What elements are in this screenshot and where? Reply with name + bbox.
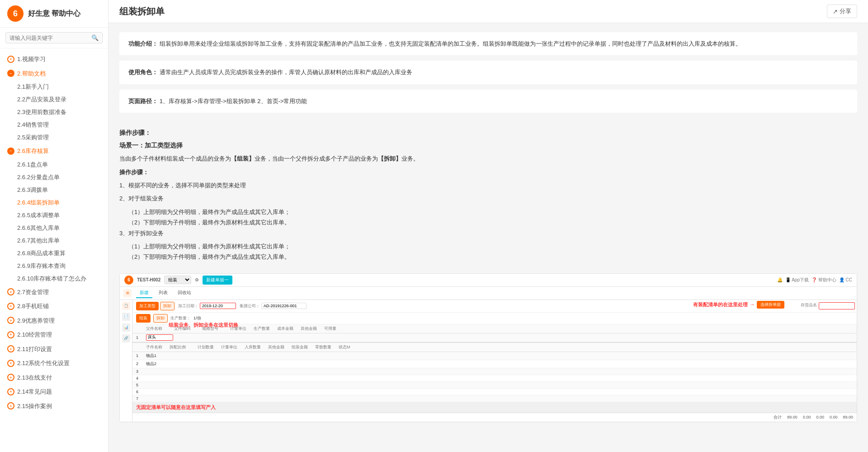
bth-assemble-amt: 组装金额 xyxy=(292,344,314,350)
sidebar-item-custom[interactable]: + 2.12系统个性化设置 xyxy=(0,356,108,371)
sidebar-label-stock2: 2.6.2分量盘点单 xyxy=(17,174,60,181)
role-block: 使用角色： 通常由生产人员或库管人员完成拆装业务的操作，库管人员确认原材料的出库… xyxy=(119,61,857,84)
ss-storename-input[interactable] xyxy=(819,302,855,309)
ss-new-btn[interactable]: 新建单据一 xyxy=(203,276,232,285)
ss-select-bom-btn[interactable]: 选择拆单据 xyxy=(757,301,784,309)
ss-tab-new[interactable]: 新建 xyxy=(136,288,152,298)
sidebar-item-stock5[interactable]: 2.6.5成本调整单 xyxy=(0,209,108,222)
search-input[interactable] xyxy=(9,35,91,41)
sidebar-item-stock9[interactable]: 2.6.9库存账本查询 xyxy=(0,260,108,272)
sidebar-item-install[interactable]: 2.2产品安装及登录 xyxy=(0,93,108,106)
search-icon[interactable]: 🔍 xyxy=(91,34,99,41)
path-text: 1、库存核算->库存管理->组装拆卸单 2、首页->常用功能 xyxy=(160,98,307,105)
ops-steps-title: 操作步骤： xyxy=(119,167,857,177)
bth-plan-qty: 计划数量 xyxy=(198,344,220,350)
ss-field-type: 加工类型 拆卸 xyxy=(136,302,175,310)
annotation-bom-text: 有装配清单的在这里处理 xyxy=(693,301,748,308)
ss-tab-trash[interactable]: 回收站 xyxy=(174,288,195,298)
plus-icon-8: + xyxy=(7,374,14,381)
sidebar-label-docs: 2.帮助文档 xyxy=(17,69,46,78)
ss-type-disassemble[interactable]: 拆卸 xyxy=(153,314,168,323)
sidebar-label-custom: 2.12系统个性化设置 xyxy=(17,359,70,368)
ss-disassemble-btn[interactable]: 拆卸 xyxy=(160,302,175,310)
ss-annotation-bom: 有装配清单的在这里处理 → 选择拆单据 xyxy=(693,301,784,309)
search-box[interactable]: 🔍 xyxy=(5,32,103,43)
ss-date-input[interactable] xyxy=(200,303,236,309)
sidebar-label-stock8: 2.6.8商品成本重算 xyxy=(17,250,66,257)
ss-setting-icon: ⚙ xyxy=(195,277,199,282)
step2-1: （1）上部明细为父件明细，最终作为产成品生成其它入库单； xyxy=(119,207,857,217)
sidebar-item-coupon[interactable]: + 2.9优惠券管理 xyxy=(0,314,108,328)
sidebar: 6 好生意 帮助中心 🔍 + 1.视频学习 − 2.帮助文档 2.1新手入门 2… xyxy=(0,0,108,452)
step3: 3、对于拆卸业务 xyxy=(119,228,857,238)
sidebar-item-stock2[interactable]: 2.6.2分量盘点单 xyxy=(0,171,108,184)
sidebar-item-ops[interactable]: + 2.10经营管理 xyxy=(0,328,108,342)
ss-title: TEST-H002 xyxy=(137,277,160,282)
ss-bottom-table-header: 子件名称 拆配比例 计划数量 计量单位 入库数量 其他金额 组装金额 零散数量 … xyxy=(132,342,857,352)
plus-icon: + xyxy=(7,56,14,63)
ss-footer-val2: 0.00 xyxy=(803,415,811,419)
sidebar-item-video[interactable]: + 1.视频学习 xyxy=(0,52,108,67)
sidebar-item-sales[interactable]: 2.4销售管理 xyxy=(0,119,108,131)
sidebar-item-stock1[interactable]: 2.6.1盘点单 xyxy=(0,158,108,171)
screenshot-container: 6 TEST-H002 组装拆卸 ⚙ 新建单据一 🔔 📱 App下载 ❓ 帮助中… xyxy=(119,273,857,422)
step1: 1、根据不同的业务，选择不同单据的类型来处理 xyxy=(119,180,857,190)
sidebar-item-faq[interactable]: + 2.14常见问题 xyxy=(0,385,108,399)
ss-top-row-1: 1 xyxy=(132,333,857,342)
ss-left-icons: ⊞ xyxy=(123,289,133,297)
ss-bottom-row-3: 3 xyxy=(132,368,857,375)
ss-qty-label: 生产数量： xyxy=(170,315,191,321)
plus-icon-6: + xyxy=(7,345,14,352)
ss-type-select[interactable]: 组装拆卸 xyxy=(164,276,191,284)
bth-ops xyxy=(362,344,373,350)
ss-icon-2[interactable]: 📄 xyxy=(122,313,130,321)
bth-child-name: 子件名称 xyxy=(146,344,169,350)
ss-icon-1[interactable]: 📋 xyxy=(122,302,130,310)
sidebar-item-print[interactable]: + 2.11打印设置 xyxy=(0,342,108,357)
ss-body: 📋 📄 📊 🔗 加工类型 拆卸 xyxy=(120,300,857,422)
sidebar-label-mobile: 2.8手机旺铺 xyxy=(17,302,49,311)
arrow-right-icon: → xyxy=(750,301,755,308)
ss-topbar: 6 TEST-H002 组装拆卸 ⚙ 新建单据一 🔔 📱 App下载 ❓ 帮助中… xyxy=(120,274,857,287)
sidebar-item-docs[interactable]: − 2.帮助文档 xyxy=(0,67,108,81)
sidebar-item-mobile[interactable]: + 2.8手机旺铺 xyxy=(0,299,108,314)
th-checkbox xyxy=(136,326,145,332)
ss-home-icon[interactable]: ⊞ xyxy=(123,289,132,297)
sidebar-item-purchase[interactable]: 2.5采购管理 xyxy=(0,131,108,144)
sidebar-item-stock6[interactable]: 2.6.6其他入库单 xyxy=(0,222,108,234)
ss-type-assemble[interactable]: 组装 xyxy=(136,314,151,323)
ss-tab-list[interactable]: 列表 xyxy=(155,288,171,298)
sidebar-item-pay[interactable]: + 2.13在线支付 xyxy=(0,371,108,385)
ss-parent-name-input[interactable] xyxy=(146,334,173,341)
sidebar-label-stock5: 2.6.5成本调整单 xyxy=(17,212,60,219)
role-label: 使用角色： xyxy=(128,69,158,76)
ss-app-icon: 📱 App下载 xyxy=(785,277,809,283)
ss-assemble-btn[interactable]: 加工类型 xyxy=(136,302,159,310)
ss-top-table-header: 父件名称 父件编码 规格型号 计量单位 生产数量 成本金额 其他金额 可用量 xyxy=(132,324,857,333)
ss-icon-4[interactable]: 🔗 xyxy=(122,334,130,343)
sidebar-label-stock7: 2.6.7其他出库单 xyxy=(17,237,60,244)
sidebar-item-inventory[interactable]: − 2.6库存核算 xyxy=(0,144,108,158)
sidebar-label-ops: 2.10经营管理 xyxy=(17,330,52,339)
sidebar-item-stock8[interactable]: 2.6.8商品成本重算 xyxy=(0,247,108,260)
bth-status: 状态M xyxy=(339,344,361,350)
annotation-bottom-text: 无固定清单可以随意在这里填写产入 xyxy=(136,404,216,410)
sidebar-item-stock3[interactable]: 2.6.3调拨单 xyxy=(0,184,108,196)
sidebar-item-data[interactable]: 2.3使用前数据准备 xyxy=(0,106,108,119)
path-label: 页面路径： xyxy=(128,98,158,105)
ss-user-icon: 👤 CC xyxy=(839,277,852,282)
sidebar-item-case[interactable]: + 2.15操作案例 xyxy=(0,399,108,414)
sidebar-label-case: 2.15操作案例 xyxy=(17,402,52,411)
sidebar-item-capital[interactable]: + 2.7资金管理 xyxy=(0,285,108,300)
sidebar-item-stock7[interactable]: 2.6.7其他出库单 xyxy=(0,234,108,247)
ss-icon-3[interactable]: 📊 xyxy=(122,324,130,332)
ss-footer: 合计 89.00 0.00 0.00 0.00 89.00 xyxy=(132,413,857,422)
sidebar-item-stock10[interactable]: 2.6.10库存账本错了怎么办 xyxy=(0,272,108,285)
sidebar-label-coupon: 2.9优惠券管理 xyxy=(17,316,55,325)
share-button[interactable]: ↗ 分享 xyxy=(827,5,857,18)
sidebar-item-stock4[interactable]: 2.6.4组装拆卸单 xyxy=(0,196,108,209)
sidebar-item-newbie[interactable]: 2.1新手入门 xyxy=(0,81,108,93)
ss-bottom-row-5: 5 xyxy=(132,382,857,389)
ss-date-label: 加工日期： xyxy=(178,303,198,309)
ss-group-input[interactable] xyxy=(261,303,307,309)
